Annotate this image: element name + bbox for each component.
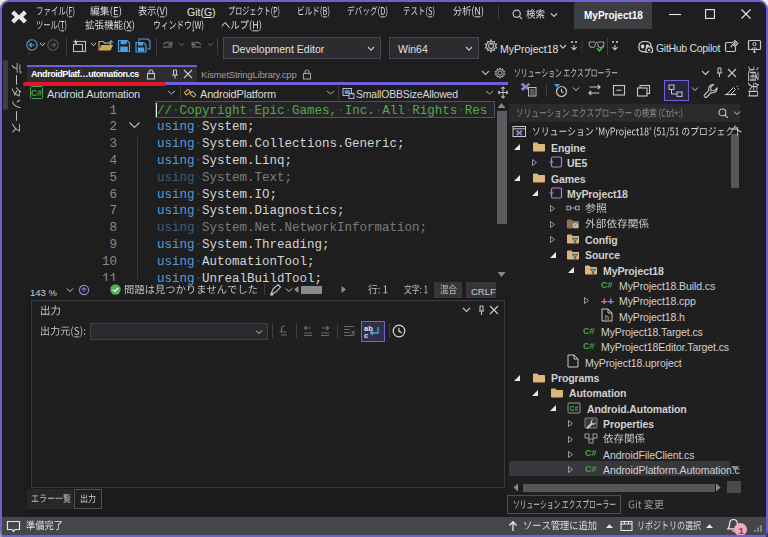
svg-text:C#: C# [570, 405, 579, 412]
svg-text:C#: C# [31, 88, 42, 98]
svg-text:c: c [364, 331, 368, 339]
svg-text:h: h [605, 314, 609, 321]
